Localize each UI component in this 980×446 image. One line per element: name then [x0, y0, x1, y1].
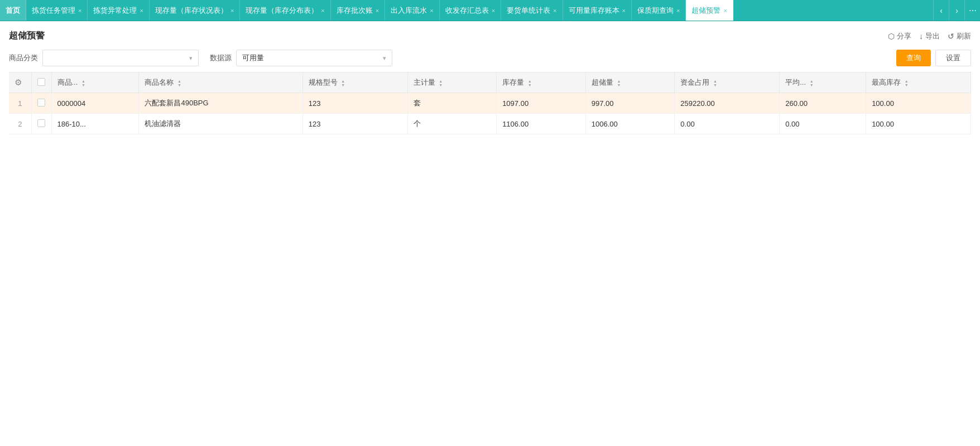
filter-actions: 查询 设置	[896, 50, 971, 66]
sort-icon: ▲▼	[810, 79, 814, 87]
page-content: 超储预警 ⬡ 分享 ↓ 导出 ↺ 刷新 商品分类 ▾ 数据源	[0, 21, 980, 143]
th-checkbox	[31, 72, 51, 93]
header-checkbox[interactable]	[37, 78, 45, 86]
nav-arrows: ‹ › ⋯	[933, 0, 980, 21]
nav-pick-task[interactable]: 拣货任务管理 ×	[26, 0, 88, 21]
close-icon[interactable]: ×	[321, 7, 324, 14]
th-spec[interactable]: 规格型号 ▲▼	[302, 72, 407, 93]
nav-inout-flow[interactable]: 出入库流水 ×	[385, 0, 439, 21]
th-avg[interactable]: 平均... ▲▼	[780, 72, 866, 93]
close-icon[interactable]: ×	[676, 7, 680, 14]
data-table: ⚙ 商品... ▲▼ 商品名称 ▲▼ 规格型号 ▲▼ 主计	[9, 72, 971, 134]
cell-spec: 123	[302, 114, 407, 134]
nav-stock-status[interactable]: 现存量（库存状况表） ×	[150, 0, 240, 21]
close-icon[interactable]: ×	[376, 7, 379, 14]
query-button[interactable]: 查询	[896, 50, 931, 66]
title-actions: ⬡ 分享 ↓ 导出 ↺ 刷新	[888, 31, 971, 41]
table-header-row: ⚙ 商品... ▲▼ 商品名称 ▲▼ 规格型号 ▲▼ 主计	[9, 72, 971, 93]
category-dropdown-icon: ▾	[189, 55, 193, 62]
top-nav: 首页 拣货任务管理 × 拣货异常处理 × 现存量（库存状况表） × 现存量（库存…	[0, 0, 980, 21]
nav-more-arrow[interactable]: ⋯	[964, 0, 980, 21]
setting-button[interactable]: 设置	[935, 50, 971, 66]
page-title-bar: 超储预警 ⬡ 分享 ↓ 导出 ↺ 刷新	[9, 30, 971, 42]
nav-batch-account[interactable]: 库存批次账 ×	[331, 0, 385, 21]
cell-unit: 个	[407, 114, 497, 134]
filter-row: 商品分类 ▾ 数据源 可用量 ▾ 查询 设置	[9, 50, 971, 66]
datasource-dropdown-icon: ▾	[383, 55, 386, 62]
close-icon[interactable]: ×	[140, 7, 143, 14]
cell-goods-code: 186-10...	[51, 114, 139, 134]
cell-spec: 123	[302, 93, 407, 114]
category-select[interactable]: ▾	[42, 50, 199, 66]
nav-left-arrow[interactable]: ‹	[933, 0, 949, 21]
row-checkbox-cell	[31, 93, 51, 114]
cell-stock: 1106.00	[497, 114, 586, 134]
cell-unit: 套	[407, 93, 497, 114]
th-max-stock[interactable]: 最高库存 ▲▼	[866, 72, 971, 93]
close-icon[interactable]: ×	[430, 7, 433, 14]
row-num: 1	[9, 93, 31, 114]
th-overstock[interactable]: 超储量 ▲▼	[585, 72, 675, 93]
cell-avg: 260.00	[780, 93, 866, 114]
nav-summary[interactable]: 收发存汇总表 ×	[440, 0, 501, 21]
cell-goods-name: 六配套新昌490BPG	[139, 93, 302, 114]
th-unit[interactable]: 主计量 ▲▼	[407, 72, 497, 93]
category-label: 商品分类	[9, 53, 38, 63]
sort-icon: ▲▼	[177, 79, 181, 87]
th-goods-code[interactable]: 商品... ▲▼	[51, 72, 139, 93]
cell-overstock: 1006.00	[585, 114, 675, 134]
cell-capital: 259220.00	[675, 93, 780, 114]
refresh-icon: ↺	[948, 32, 954, 41]
th-stock[interactable]: 库存量 ▲▼	[497, 72, 586, 93]
row-num: 2	[9, 114, 31, 134]
nav-available-stock[interactable]: 可用量库存账本 ×	[563, 0, 632, 21]
sort-icon: ▲▼	[905, 79, 909, 87]
close-icon[interactable]: ×	[553, 7, 556, 14]
nav-right-arrow[interactable]: ›	[949, 0, 964, 21]
close-icon[interactable]: ×	[78, 7, 81, 14]
cell-avg: 0.00	[780, 114, 866, 134]
row-checkbox[interactable]	[37, 99, 45, 106]
th-goods-name[interactable]: 商品名称 ▲▼	[139, 72, 302, 93]
row-checkbox-cell	[31, 114, 51, 134]
share-button[interactable]: ⬡ 分享	[888, 31, 911, 41]
th-capital[interactable]: 资金占用 ▲▼	[675, 72, 780, 93]
table-row: 2 186-10... 机油滤清器 123 个 1106.00 1006.00 …	[9, 114, 971, 134]
export-button[interactable]: ↓ 导出	[919, 31, 940, 41]
close-icon[interactable]: ×	[723, 7, 727, 14]
datasource-filter: 数据源 可用量 ▾	[210, 50, 392, 66]
sort-icon: ▲▼	[617, 79, 621, 87]
nav-order-stat[interactable]: 要货单统计表 ×	[501, 0, 563, 21]
cell-goods-code: 0000004	[51, 93, 139, 114]
datasource-label: 数据源	[210, 53, 232, 63]
cell-goods-name: 机油滤清器	[139, 114, 302, 134]
th-gear: ⚙	[9, 72, 31, 93]
nav-expiry[interactable]: 保质期查询 ×	[632, 0, 686, 21]
sort-icon: ▲▼	[81, 79, 85, 87]
row-checkbox[interactable]	[37, 119, 45, 127]
export-icon: ↓	[919, 32, 923, 41]
nav-home[interactable]: 首页	[0, 0, 26, 21]
table-row: 1 0000004 六配套新昌490BPG 123 套 1097.00 997.…	[9, 93, 971, 114]
close-icon[interactable]: ×	[230, 7, 234, 14]
sort-icon: ▲▼	[713, 79, 717, 87]
close-icon[interactable]: ×	[492, 7, 495, 14]
share-icon: ⬡	[888, 32, 895, 41]
nav-stock-dist[interactable]: 现存量（库存分布表） ×	[240, 0, 330, 21]
page-title: 超储预警	[9, 30, 45, 42]
refresh-button[interactable]: ↺ 刷新	[948, 31, 971, 41]
gear-icon[interactable]: ⚙	[15, 77, 22, 87]
cell-max-stock: 100.00	[866, 114, 971, 134]
cell-stock: 1097.00	[497, 93, 586, 114]
cell-overstock: 997.00	[585, 93, 675, 114]
nav-overstock[interactable]: 超储预警 ×	[686, 0, 733, 21]
nav-pick-exception[interactable]: 拣货异常处理 ×	[88, 0, 149, 21]
datasource-select[interactable]: 可用量 ▾	[236, 50, 392, 66]
cell-max-stock: 100.00	[866, 93, 971, 114]
sort-icon: ▲▼	[528, 79, 532, 87]
cell-capital: 0.00	[675, 114, 780, 134]
sort-icon: ▲▼	[439, 79, 443, 87]
category-filter: 商品分类 ▾	[9, 50, 199, 66]
sort-icon: ▲▼	[341, 79, 345, 87]
close-icon[interactable]: ×	[622, 7, 626, 14]
